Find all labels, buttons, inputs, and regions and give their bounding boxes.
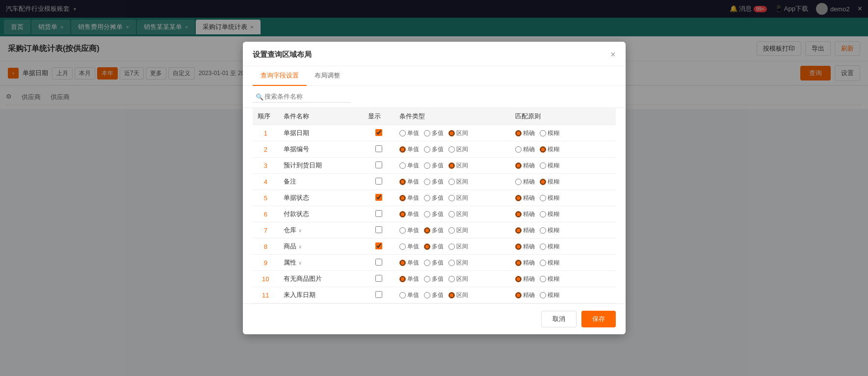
col-header-display: 显示 [363, 108, 395, 109]
search-input-wrapper: 🔍 [253, 91, 351, 103]
dialog-close-btn[interactable]: × [610, 50, 616, 60]
col-header-name: 条件名称 [279, 108, 363, 109]
col-header-type: 条件类型 [395, 108, 510, 109]
search-input[interactable] [253, 91, 351, 103]
dialog-tab-query-fields[interactable]: 查询字段设置 [253, 66, 307, 86]
dialog-overlay: 设置查询区域布局 × 查询字段设置 布局调整 🔍 顺序 [0, 0, 868, 109]
search-icon: 🔍 [256, 93, 263, 101]
dialog-tab-bar: 查询字段设置 布局调整 [243, 66, 626, 86]
settings-dialog: 设置查询区域布局 × 查询字段设置 布局调整 🔍 顺序 [243, 42, 626, 109]
dialog-header: 设置查询区域布局 × [243, 42, 626, 66]
dialog-title: 设置查询区域布局 [253, 50, 312, 59]
dialog-search-area: 🔍 [243, 86, 626, 108]
col-header-order: 顺序 [253, 108, 279, 109]
settings-table-area: 顺序 条件名称 显示 条件类型 匹配原则 1单据日期单值多值区间精确模糊2单据编… [243, 108, 626, 109]
dialog-tab-layout-adjust[interactable]: 布局调整 [307, 66, 348, 86]
col-header-match: 匹配原则 [510, 108, 616, 109]
table-header-row: 顺序 条件名称 显示 条件类型 匹配原则 [253, 108, 616, 109]
settings-table: 顺序 条件名称 显示 条件类型 匹配原则 1单据日期单值多值区间精确模糊2单据编… [253, 108, 616, 109]
